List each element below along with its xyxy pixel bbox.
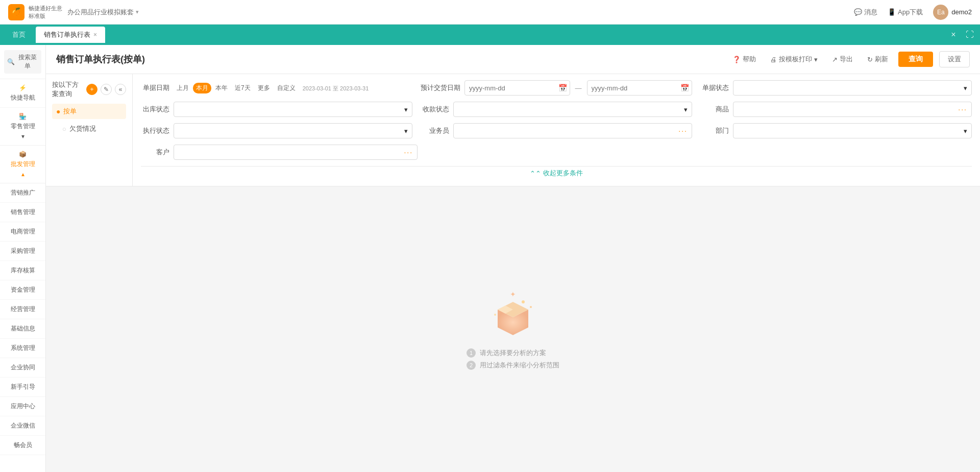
export-button[interactable]: ↗ 导出 xyxy=(828,53,857,66)
filter-row-1: 单据日期 上月 本月 本年 近7天 更多 自定义 2023-03-01 至 20… xyxy=(141,80,972,96)
print-icon: 🖨 xyxy=(770,56,777,63)
add-scheme-button[interactable]: + xyxy=(86,84,97,95)
sidebar-item-basic[interactable]: 基础信息 xyxy=(0,319,45,339)
empty-tip-1: 1 请先选择要分析的方案 xyxy=(467,348,559,358)
date-shortcut-this-year[interactable]: 本年 xyxy=(212,83,231,93)
sidebar-item-ecommerce[interactable]: 电商管理 xyxy=(0,222,45,242)
app-download-action[interactable]: 📱 App下载 xyxy=(888,8,923,17)
tip-num-2: 2 xyxy=(467,361,476,370)
exec-status-chevron-icon: ▾ xyxy=(404,127,408,135)
message-action[interactable]: 💬 消息 xyxy=(854,8,877,17)
salesperson-ellipsis-icon: ··· xyxy=(678,127,688,135)
sidebar-item-sales[interactable]: 销售管理 xyxy=(0,203,45,222)
filter-group-salesperson: 业务员 ··· xyxy=(421,123,692,138)
filter-panel: 按以下方案查询 + ✎ « ● 按单 ○ 欠货情况 xyxy=(46,74,980,186)
window-expand-action[interactable]: ⛶ xyxy=(964,29,976,41)
goods-label: 商品 xyxy=(700,105,729,114)
logo-text: 畅捷通好生意 标准版 xyxy=(29,5,62,19)
content-area: 销售订单执行表(按单) ❓ 帮助 🖨 按模板打印 ▾ ↗ 导出 ↻ 刷新 xyxy=(46,45,980,472)
sidebar-item-marketing[interactable]: 营销推广 xyxy=(0,183,45,203)
wholesale-chevron: ▴ xyxy=(21,171,24,178)
tab-bar-actions: × ⛶ xyxy=(947,29,976,41)
expected-date-start-input[interactable] xyxy=(464,80,570,96)
logo-area: 🍊 畅捷通好生意 标准版 xyxy=(8,4,62,20)
out-status-select[interactable]: ▾ xyxy=(174,102,412,117)
filter-group-date: 单据日期 上月 本月 本年 近7天 更多 自定义 2023-03-01 至 20… xyxy=(141,83,412,93)
logo-icon: 🍊 xyxy=(8,4,24,20)
sidebar-item-finance[interactable]: 资金管理 xyxy=(0,280,45,300)
date-range-text: 2023-03-01 至 2023-03-31 xyxy=(303,85,412,92)
customer-select[interactable]: ··· xyxy=(174,145,418,160)
sidebar-item-inventory[interactable]: 库存核算 xyxy=(0,261,45,280)
sidebar-item-retail[interactable]: 🏪 零售管理 ▾ xyxy=(0,108,45,145)
header-dropdown-icon[interactable]: ▾ xyxy=(136,9,139,15)
calendar-start-icon: 📅 xyxy=(558,84,567,92)
expected-date-start-wrap: 📅 xyxy=(464,80,570,96)
date-label: 单据日期 xyxy=(141,83,169,92)
refresh-button[interactable]: ↻ 刷新 xyxy=(863,53,892,66)
sidebar-item-quick-nav[interactable]: ⚡ 快捷导航 xyxy=(0,79,45,108)
status-select[interactable]: ▾ xyxy=(733,80,972,96)
salesperson-select[interactable]: ··· xyxy=(453,123,692,138)
refresh-icon: ↻ xyxy=(867,56,873,63)
filter-group-out-status: 出库状态 ▾ xyxy=(141,102,412,117)
date-shortcut-this-month[interactable]: 本月 xyxy=(193,83,211,93)
sidebar-item-purchase[interactable]: 采购管理 xyxy=(0,242,45,261)
scheme-item-order[interactable]: ● 按单 xyxy=(52,104,126,119)
filter-group-status: 单据状态 ▾ xyxy=(700,80,972,96)
date-shortcut-more[interactable]: 更多 xyxy=(255,83,273,93)
sidebar-item-wholesale[interactable]: 📦 批发管理 ▴ xyxy=(0,146,45,183)
dept-select[interactable]: ▾ xyxy=(733,123,972,138)
main-layout: 🔍 搜索菜单 ⚡ 快捷导航 🏪 零售管理 ▾ 📦 批发管理 ▴ 营销推广 xyxy=(0,45,980,472)
svg-point-3 xyxy=(522,300,525,303)
date-shortcut-last-month[interactable]: 上月 xyxy=(174,83,192,93)
help-icon: ❓ xyxy=(732,56,741,63)
collapse-scheme-button[interactable]: « xyxy=(115,84,126,95)
retail-icon: 🏪 xyxy=(19,113,27,120)
tab-home[interactable]: 首页 xyxy=(4,27,34,43)
status-label: 单据状态 xyxy=(700,83,729,92)
exec-status-label: 执行状态 xyxy=(141,126,169,135)
sidebar-item-coop[interactable]: 企业协同 xyxy=(0,358,45,377)
sidebar-item-appcenter[interactable]: 应用中心 xyxy=(0,397,45,416)
status-chevron-icon: ▾ xyxy=(964,84,967,92)
header-title: 办公用品行业模拟账套 ▾ xyxy=(67,8,139,17)
user-info[interactable]: Ea demo2 xyxy=(933,5,972,20)
quick-nav-icon: ⚡ xyxy=(19,84,27,91)
sidebar: 🔍 搜索菜单 ⚡ 快捷导航 🏪 零售管理 ▾ 📦 批发管理 ▴ 营销推广 xyxy=(0,45,46,472)
sidebar-item-system[interactable]: 系统管理 xyxy=(0,339,45,358)
date-shortcut-custom[interactable]: 自定义 xyxy=(274,83,299,93)
sidebar-item-operation[interactable]: 经营管理 xyxy=(0,300,45,319)
svg-point-5 xyxy=(494,314,496,316)
search-button[interactable]: 查询 xyxy=(898,52,933,67)
expected-date-end-input[interactable] xyxy=(587,80,693,96)
sidebar-item-wechat[interactable]: 企业微信 xyxy=(0,416,45,436)
collapse-filter-button[interactable]: ⌃⌃ 收起更多条件 xyxy=(141,166,972,180)
settings-button[interactable]: 设置 xyxy=(939,51,970,67)
calendar-end-icon: 📅 xyxy=(680,84,689,92)
scheme-sub-debt[interactable]: ○ 欠货情况 xyxy=(52,121,126,136)
sidebar-item-newbie[interactable]: 新手引导 xyxy=(0,377,45,397)
help-button[interactable]: ❓ 帮助 xyxy=(728,53,760,66)
export-icon: ↗ xyxy=(832,56,838,63)
download-icon: 📱 xyxy=(888,8,896,16)
tab-close-icon[interactable]: × xyxy=(93,32,97,38)
salesperson-label: 业务员 xyxy=(421,126,449,135)
print-button[interactable]: 🖨 按模板打印 ▾ xyxy=(766,53,822,66)
search-menu-button[interactable]: 🔍 搜索菜单 xyxy=(4,50,41,74)
window-close-action[interactable]: × xyxy=(947,29,960,41)
tab-active[interactable]: 销售订单执行表 × xyxy=(36,27,105,43)
filter-row-3: 执行状态 ▾ 业务员 ··· xyxy=(141,123,972,138)
goods-select[interactable]: ··· xyxy=(733,102,972,117)
edit-scheme-button[interactable]: ✎ xyxy=(101,84,112,95)
sidebar-item-member[interactable]: 畅会员 xyxy=(0,436,45,455)
filter-group-collect-status: 收款状态 ▾ xyxy=(421,102,692,117)
exec-status-select[interactable]: ▾ xyxy=(174,123,412,138)
date-shortcut-7days[interactable]: 近7天 xyxy=(232,83,254,93)
empty-tip-2: 2 用过滤条件来缩小分析范围 xyxy=(467,361,559,370)
sidebar-group-retail: 🏪 零售管理 ▾ xyxy=(0,108,45,146)
page-header: 销售订单执行表(按单) ❓ 帮助 🖨 按模板打印 ▾ ↗ 导出 ↻ 刷新 xyxy=(46,45,980,74)
collect-status-select[interactable]: ▾ xyxy=(453,102,692,117)
filter-group-dept: 部门 ▾ xyxy=(700,123,972,138)
expected-date-label: 预计交货日期 xyxy=(421,83,460,92)
